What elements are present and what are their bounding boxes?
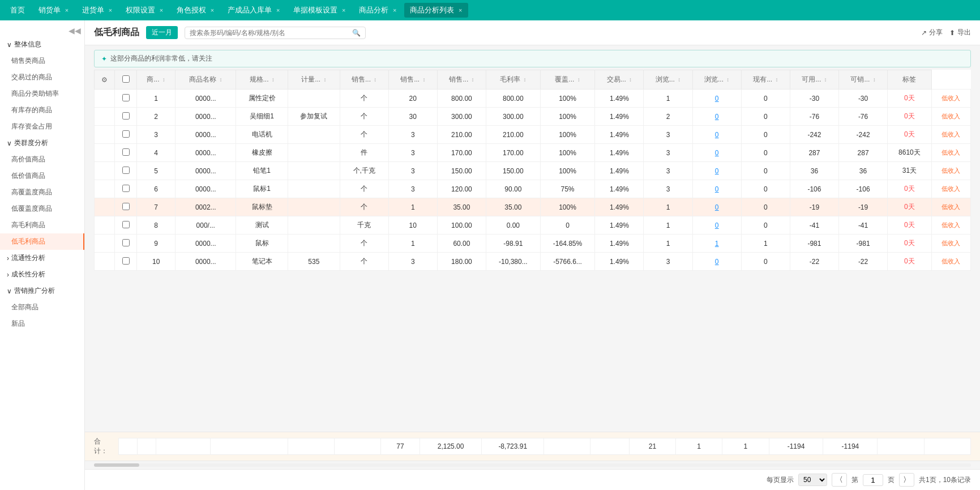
row-checkbox[interactable] xyxy=(115,126,137,144)
col-sales-profit[interactable]: 销售... ↕ xyxy=(437,70,486,90)
col-sales-amount[interactable]: 销售... ↕ xyxy=(388,70,437,90)
row-checkbox[interactable] xyxy=(115,180,137,198)
table-header-row: ⚙ 商... ↕ 商品名称 ↕ 规格... ↕ 计量... ↕ 销售... ↕ … xyxy=(95,70,971,90)
search-icon[interactable]: 🔍 xyxy=(352,29,361,37)
row-checkbox[interactable] xyxy=(115,198,137,216)
share-button[interactable]: ↗ 分享 xyxy=(921,28,943,37)
row-select-checkbox[interactable] xyxy=(122,148,130,156)
nav-purchase-order[interactable]: 进货单 × xyxy=(76,3,118,18)
close-icon[interactable]: × xyxy=(459,7,462,14)
nav-product-in[interactable]: 产成品入库单 × xyxy=(222,3,285,18)
col-settings[interactable]: ⚙ xyxy=(95,70,115,90)
sidebar-item-low-margin[interactable]: 低毛利商品 xyxy=(0,233,84,250)
col-unit[interactable]: 计量... ↕ xyxy=(288,70,340,90)
time-filter-button[interactable]: 近一月 xyxy=(146,26,178,39)
row-select-checkbox[interactable] xyxy=(122,203,130,210)
sidebar-collapse-button[interactable]: ◀◀ xyxy=(69,26,81,35)
sidebar-group-flow[interactable]: › 流通性分析 xyxy=(0,250,84,266)
col-tag[interactable]: 标签 xyxy=(888,70,932,90)
row-select-checkbox[interactable] xyxy=(122,112,130,120)
row-browse1[interactable]: 0 xyxy=(692,162,741,180)
close-icon[interactable]: × xyxy=(160,7,163,14)
nav-role[interactable]: 角色授权 × xyxy=(171,3,220,18)
row-checkbox[interactable] xyxy=(115,253,137,271)
row-checkbox[interactable] xyxy=(115,144,137,162)
nav-template[interactable]: 单据模板设置 × xyxy=(288,3,351,18)
row-checkbox[interactable] xyxy=(115,108,137,126)
close-icon[interactable]: × xyxy=(276,7,280,14)
per-page-select[interactable]: 50 20 100 xyxy=(798,474,827,486)
col-saleable[interactable]: 可销... ↕ xyxy=(838,70,887,90)
col-available[interactable]: 可用... ↕ xyxy=(790,70,838,90)
row-select-checkbox[interactable] xyxy=(122,130,130,138)
sidebar-group-overall[interactable]: ∨ 整体信息 xyxy=(0,36,84,53)
row-select-checkbox[interactable] xyxy=(122,239,130,246)
row-browse1[interactable]: 0 xyxy=(692,180,741,198)
col-name[interactable]: 商品名称 ↕ xyxy=(176,70,236,90)
col-spec[interactable]: 规格... ↕ xyxy=(236,70,288,90)
col-current-stock[interactable]: 现有... ↕ xyxy=(741,70,790,90)
sidebar-item-all-products[interactable]: 全部商品 xyxy=(0,299,84,316)
page-input[interactable] xyxy=(863,474,883,486)
select-all-checkbox[interactable] xyxy=(122,75,130,83)
row-browse1[interactable]: 0 xyxy=(692,108,741,126)
col-browse2[interactable]: 浏览... ↕ xyxy=(692,70,741,90)
sidebar-item-category-rate[interactable]: 商品分类助销率 xyxy=(0,86,84,102)
sidebar-item-stock-products[interactable]: 有库存的商品 xyxy=(0,102,84,118)
scrollbar-thumb[interactable] xyxy=(94,463,139,467)
row-select-checkbox[interactable] xyxy=(122,167,130,174)
prev-page-button[interactable]: 〈 xyxy=(832,473,847,487)
row-browse1[interactable]: 0 xyxy=(692,90,741,108)
row-checkbox[interactable] xyxy=(115,162,137,180)
row-checkbox[interactable] xyxy=(115,216,137,235)
sidebar-group-cluster[interactable]: ∨ 类群度分析 xyxy=(0,135,84,151)
row-select-checkbox[interactable] xyxy=(122,185,130,192)
close-icon[interactable]: × xyxy=(342,7,345,14)
row-browse1[interactable]: 0 xyxy=(692,216,741,235)
close-icon[interactable]: × xyxy=(109,7,112,14)
sidebar-group-marketing[interactable]: ∨ 营销推广分析 xyxy=(0,283,84,299)
row-browse1[interactable]: 0 xyxy=(692,253,741,271)
col-gross-rate[interactable]: 毛利率 ↕ xyxy=(486,70,540,90)
sidebar-item-stock-capital[interactable]: 库存资金占用 xyxy=(0,118,84,135)
horizontal-scrollbar[interactable] xyxy=(94,463,971,467)
sidebar-group-growth[interactable]: › 成长性分析 xyxy=(0,266,84,283)
sidebar-item-high-coverage[interactable]: 高覆盖度商品 xyxy=(0,184,84,201)
row-checkbox[interactable] xyxy=(115,235,137,253)
nav-product-analysis[interactable]: 商品分析 × xyxy=(353,3,402,18)
nav-product-analysis-list[interactable]: 商品分析列表 × xyxy=(404,3,468,18)
export-button[interactable]: ⬆ 导出 xyxy=(949,28,971,37)
col-coverage[interactable]: 覆盖... ↕ xyxy=(540,70,595,90)
row-transaction: 1 xyxy=(644,198,692,216)
footer-sales-amount: 2,125.00 xyxy=(420,438,482,455)
col-code[interactable]: 商... ↕ xyxy=(137,70,176,90)
row-select-checkbox[interactable] xyxy=(122,221,130,228)
sidebar-item-traded-products[interactable]: 交易过的商品 xyxy=(0,69,84,86)
close-icon[interactable]: × xyxy=(65,7,69,14)
col-checkbox[interactable] xyxy=(115,70,137,90)
next-page-button[interactable]: 〉 xyxy=(899,473,914,487)
row-browse1[interactable]: 1 xyxy=(692,235,741,253)
row-checkbox[interactable] xyxy=(115,90,137,108)
search-input[interactable] xyxy=(190,29,350,37)
col-sales-qty[interactable]: 销售... ↕ xyxy=(340,70,388,90)
close-icon[interactable]: × xyxy=(393,7,396,14)
row-available: -242 xyxy=(838,126,887,144)
row-browse1[interactable]: 0 xyxy=(692,198,741,216)
row-browse1[interactable]: 0 xyxy=(692,126,741,144)
sidebar-item-low-coverage[interactable]: 低覆盖度商品 xyxy=(0,201,84,217)
nav-permission[interactable]: 权限设置 × xyxy=(120,3,169,18)
close-icon[interactable]: × xyxy=(211,7,214,14)
row-select-checkbox[interactable] xyxy=(122,257,130,265)
row-browse1[interactable]: 0 xyxy=(692,144,741,162)
sidebar-item-high-value[interactable]: 高价值商品 xyxy=(0,151,84,168)
col-browse1[interactable]: 浏览... ↕ xyxy=(644,70,692,90)
nav-sales-order[interactable]: 销货单 × xyxy=(33,3,74,18)
nav-home[interactable]: 首页 xyxy=(5,3,31,18)
sidebar-item-high-margin[interactable]: 高毛利商品 xyxy=(0,217,84,233)
sidebar-item-low-value[interactable]: 低价值商品 xyxy=(0,168,84,184)
sidebar-item-new-products[interactable]: 新品 xyxy=(0,316,84,332)
col-transaction[interactable]: 交易... ↕ xyxy=(595,70,644,90)
sidebar-item-sales-products[interactable]: 销售类商品 xyxy=(0,53,84,69)
row-select-checkbox[interactable] xyxy=(122,94,130,101)
